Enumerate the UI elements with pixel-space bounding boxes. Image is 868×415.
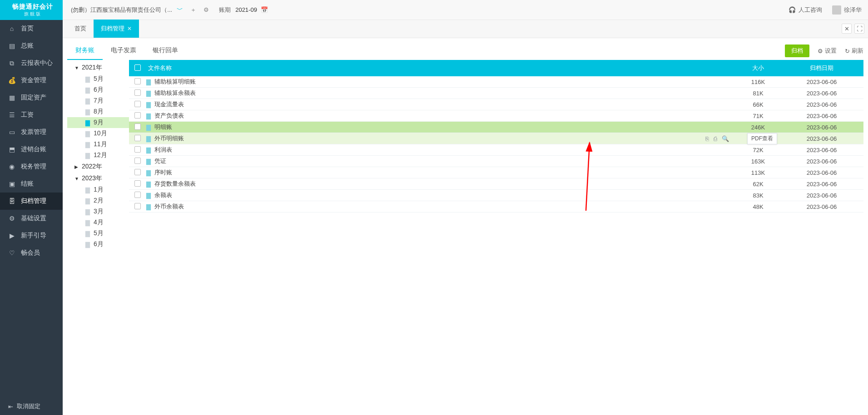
table-row[interactable]: ▇辅助核算明细账 116K 2023-06-06 [129,76,863,88]
table-row[interactable]: ▇存货数量余额表 62K 2023-06-06 [129,178,863,190]
tree-month-2-1[interactable]: ▇2月 [67,195,129,206]
sub-tab-2[interactable]: 银行回单 [144,42,186,60]
sidebar-item-7[interactable]: ⬒进销台账 [0,141,63,158]
tree-month-0-5[interactable]: ▇10月 [67,128,129,139]
sidebar-item-1[interactable]: ▤总账 [0,37,63,54]
row-checkbox[interactable] [134,180,141,187]
company-name: (勿删）江西服宝精品有限责任公司（... [71,6,172,14]
sub-tab-1[interactable]: 电子发票 [103,42,144,60]
sidebar-label: 工资 [21,111,34,119]
tree-month-2-3[interactable]: ▇4月 [67,217,129,228]
company-settings-icon[interactable]: ⚙ [203,6,209,13]
tree-month-0-0[interactable]: ▇5月 [67,74,129,84]
company-selector[interactable]: (勿删）江西服宝精品有限责任公司（... ﹀ [71,6,183,14]
row-checkbox[interactable] [134,89,141,96]
sub-tab-0[interactable]: 财务账 [67,42,103,60]
table-row[interactable]: ▇余额表 83K 2023-06-06 [129,190,863,201]
col-size: 大小 [731,64,785,72]
sidebar-item-3[interactable]: 💰资金管理 [0,72,63,89]
calendar-icon[interactable]: 📅 [261,6,268,13]
tree-month-0-1[interactable]: ▇6月 [67,84,129,95]
tree-year-2[interactable]: ▼2023年 [67,173,129,184]
fullscreen-button[interactable]: ⛶ [854,24,864,34]
consult-link[interactable]: 🎧 人工咨询 [789,6,822,14]
sidebar-icon: ♡ [8,249,15,257]
table-row[interactable]: ▇明细账 246K 2023-06-06 [129,122,863,133]
archive-date: 2023-06-06 [785,192,858,199]
sidebar-item-10[interactable]: 🗄归档管理 [0,193,63,210]
table-row[interactable]: ▇利润表 72K 2023-06-06 [129,144,863,156]
sidebar-icon: ⚙ [8,215,15,222]
sidebar-item-13[interactable]: ♡畅会员 [0,244,63,262]
sidebar-label: 首页 [21,25,34,33]
settings-link[interactable]: ⚙设置 [818,47,837,55]
tree-month-0-7[interactable]: ▇12月 [67,150,129,161]
tree-month-0-6[interactable]: ▇11月 [67,139,129,150]
row-checkbox[interactable] [134,146,141,153]
row-checkbox[interactable] [134,101,141,107]
row-checkbox[interactable] [134,124,141,130]
period-value[interactable]: 2021-09 [235,6,257,13]
tab-close-button[interactable]: ✕ [842,24,852,34]
user-menu[interactable]: 徐泽华 [832,5,862,15]
archive-button[interactable]: 归档 [785,44,809,57]
download-pdf-icon[interactable]: ⎙ [714,135,717,142]
file-table: 文件名称 大小 归档日期 ▇辅助核算明细账 116K 2023-06-06 ▇辅… [129,60,863,410]
page-tab-0[interactable]: 首页 [67,20,94,38]
unpin-button[interactable]: ⇤取消固定 [0,398,63,415]
table-row[interactable]: ▇外币余额表 48K 2023-06-06 [129,201,863,212]
sidebar-item-8[interactable]: ◉税务管理 [0,158,63,175]
tree-month-0-3[interactable]: ▇8月 [67,106,129,117]
tree-month-2-4[interactable]: ▇5月 [67,228,129,239]
tree-month-2-5[interactable]: ▇6月 [67,239,129,250]
row-checkbox[interactable] [134,192,141,198]
table-row[interactable]: ▇现金流量表 66K 2023-06-06 [129,99,863,110]
archive-date: 2023-06-06 [785,169,858,176]
page-tab-1[interactable]: 归档管理✕ [94,20,139,38]
row-checkbox[interactable] [134,78,141,84]
folder-icon: ▇ [85,219,90,226]
pdf-view-icon[interactable]: 🔍 [722,135,729,142]
tree-month-0-4[interactable]: ▇9月 [67,117,129,128]
add-company-button[interactable]: ＋ [190,6,196,14]
tree-month-2-2[interactable]: ▇3月 [67,206,129,217]
select-all-checkbox[interactable] [134,64,141,71]
archive-date: 2023-06-06 [785,101,858,108]
sidebar-item-9[interactable]: ▣结账 [0,175,63,193]
tree-month-0-2[interactable]: ▇7月 [67,95,129,106]
sidebar-item-0[interactable]: ⌂首页 [0,20,63,37]
file-size: 113K [731,169,785,176]
tree-year-1[interactable]: ▶2022年 [67,161,129,173]
file-name: 利润表 [154,146,172,154]
table-row[interactable]: ▇外币明细账 ⎘ ⎙ 🔍 PDF查看 5K 2023-06-06 [129,133,863,144]
sidebar-item-2[interactable]: ⧉云报表中心 [0,54,63,72]
brand-line1: 畅捷通好会计 [12,3,53,11]
sidebar-item-5[interactable]: ☰工资 [0,106,63,124]
sidebar-item-4[interactable]: ▦固定资产 [0,89,63,106]
sidebar-item-12[interactable]: ▶新手引导 [0,227,63,244]
table-header: 文件名称 大小 归档日期 [129,60,863,76]
tree-month-2-0[interactable]: ▇1月 [67,184,129,195]
archive-date: 2023-06-06 [785,147,858,153]
table-row[interactable]: ▇辅助核算余额表 81K 2023-06-06 [129,88,863,99]
file-name: 现金流量表 [154,100,184,109]
table-row[interactable]: ▇资产负债表 71K 2023-06-06 [129,110,863,122]
sidebar-item-6[interactable]: ▭发票管理 [0,124,63,141]
row-checkbox[interactable] [134,169,141,175]
download-excel-icon[interactable]: ⎘ [705,135,709,142]
table-row[interactable]: ▇凭证 163K 2023-06-06 [129,156,863,167]
row-checkbox[interactable] [134,203,141,209]
close-tab-icon[interactable]: ✕ [127,25,132,32]
sidebar-icon: ◉ [8,163,15,170]
table-row[interactable]: ▇序时账 113K 2023-06-06 [129,167,863,178]
folder-icon: ▇ [85,130,90,137]
folder-icon: ▇ [146,124,151,131]
sidebar-item-11[interactable]: ⚙基础设置 [0,210,63,227]
tree-year-0[interactable]: ▼2021年 [67,62,129,74]
folder-icon: ▇ [146,158,151,165]
brand-logo: 畅捷通好会计 旗舰版 [0,0,63,20]
row-checkbox[interactable] [134,158,141,164]
row-checkbox[interactable] [134,112,141,119]
row-checkbox[interactable] [134,135,141,141]
refresh-link[interactable]: ↻刷新 [845,47,863,55]
